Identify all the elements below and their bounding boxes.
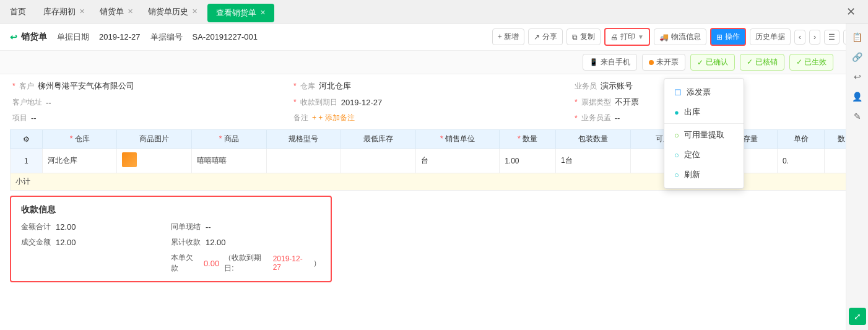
cell-min-stock xyxy=(341,149,416,173)
payment-date-required: * xyxy=(293,98,297,106)
same-order-row: 同单现结 -- xyxy=(171,222,321,232)
phone-icon: 📱 xyxy=(589,58,598,66)
print-dropdown-arrow[interactable]: ▼ xyxy=(638,33,644,40)
note-label: 备注 xyxy=(293,113,308,123)
operations-dropdown: ☐ 添发票 ● 出库 ○ 可用量提取 ○ 定位 ○ 刷新 xyxy=(664,78,744,189)
doc-header: ↩ 销货单 单据日期 2019-12-27 单据编号 SA-20191227-0… xyxy=(0,24,868,51)
summary-box: 收款信息 金额合计 12.00 同单现结 -- 成交金额 12.00 累计收款 … xyxy=(10,196,332,282)
sidebar-icon-edit[interactable]: ✎ xyxy=(849,108,866,125)
project-label: 项目 xyxy=(12,113,27,123)
current-payable-value: 0.00 xyxy=(204,259,219,268)
sidebar-icon-link[interactable]: 🔗 xyxy=(849,48,866,66)
copy-button[interactable]: ⧉ 复制 xyxy=(566,28,601,45)
col-settings: ⚙ xyxy=(11,130,43,149)
due-date-info: （收款到期日: xyxy=(224,253,267,274)
warehouse-value: 河北仓库 xyxy=(319,80,351,92)
salesperson2-required: * xyxy=(575,114,578,123)
doc-icon: ↩ xyxy=(10,32,17,42)
copy-icon: ⧉ xyxy=(572,33,578,41)
effective-status[interactable]: ✓ 已生效 xyxy=(789,54,833,71)
number-label: 单据编号 xyxy=(150,32,183,43)
tab-close-history[interactable]: ✕ xyxy=(192,7,197,15)
sidebar-icon-user[interactable]: 👤 xyxy=(849,88,866,105)
payment-date-row: * 收款到期日 2019-12-27 xyxy=(293,97,575,108)
window-close-button[interactable]: ✕ xyxy=(839,5,863,19)
available-qty-icon: ○ xyxy=(674,131,679,140)
cell-pack-qty: 1台 xyxy=(556,149,631,173)
grid-icon: ⊞ xyxy=(716,33,723,41)
right-sidebar: 📋 🔗 ↩ 👤 ✎ ⤢ xyxy=(846,24,868,330)
customer-addr-label: 客户地址 xyxy=(12,97,42,108)
project-row: 项目 -- xyxy=(12,113,293,123)
warehouse-required: * xyxy=(293,82,297,90)
salesperson-label: 业务员 xyxy=(575,81,597,92)
tab-home[interactable]: 首页 xyxy=(0,0,36,24)
sold-out-status[interactable]: ✓ 已核销 xyxy=(740,54,784,71)
dropdown-item-available-qty[interactable]: ○ 可用量提取 xyxy=(664,125,744,145)
print-icon: 🖨 xyxy=(610,33,618,41)
col-product-img: 商品图片 xyxy=(117,130,192,149)
tab-inventory-init[interactable]: 库存期初 ✕ xyxy=(36,0,92,24)
logistics-icon: 🚚 xyxy=(659,33,669,41)
sidebar-icon-doc[interactable]: 📋 xyxy=(849,28,866,46)
cell-product-name: 嘻嘻嘻嘻 xyxy=(192,149,267,173)
list-view-button[interactable]: ☰ xyxy=(824,30,840,45)
action-bar: 📱 来自手机 未开票 ✓ 已确认 ✓ 已核销 ✓ 已生效 xyxy=(0,51,868,74)
next-record-button[interactable]: › xyxy=(809,30,820,45)
dropdown-item-add-invoice[interactable]: ☐ 添发票 xyxy=(664,82,744,102)
from-phone-button[interactable]: 📱 来自手机 xyxy=(583,54,637,71)
payment-date-value: 2019-12-27 xyxy=(341,98,383,107)
tab-view-sales[interactable]: 查看销货单 ✕ xyxy=(207,4,274,22)
new-button[interactable]: + 新增 xyxy=(492,28,524,45)
share-icon: ↗ xyxy=(534,33,540,41)
check-circle-icon: ✓ xyxy=(747,58,753,66)
dropdown-section-1: ☐ 添发票 ● 出库 xyxy=(664,81,744,124)
logistics-button[interactable]: 🚚 物流信息 xyxy=(654,28,706,45)
summary-grid: 金额合计 12.00 同单现结 -- 成交金额 12.00 累计收款 12.00… xyxy=(21,222,321,274)
col-spec: 规格型号 xyxy=(266,130,341,149)
share-button[interactable]: ↗ 分享 xyxy=(528,28,563,45)
salesperson2-value: -- xyxy=(615,113,620,123)
tab-sales-order[interactable]: 销货单 ✕ xyxy=(92,0,141,24)
tab-close-view-sales[interactable]: ✕ xyxy=(260,9,266,17)
orange-dot-icon xyxy=(649,60,654,65)
confirm-button[interactable]: ✓ 已确认 xyxy=(690,54,735,71)
number-value: SA-20191227-001 xyxy=(193,32,258,41)
total-amount-label: 金额合计 xyxy=(21,222,51,232)
outbound-icon: ● xyxy=(674,108,679,117)
current-payable-label: 本单欠款 xyxy=(171,253,199,274)
tab-close-inventory[interactable]: ✕ xyxy=(79,7,85,15)
cell-quantity: 1.00 xyxy=(500,149,556,173)
date-label: 单据日期 xyxy=(57,32,89,43)
not-opened-button[interactable]: 未开票 xyxy=(642,54,685,71)
customer-value: 柳州粤港平安气体有限公司 xyxy=(38,80,134,92)
dropdown-item-outbound[interactable]: ● 出库 xyxy=(664,102,744,122)
note-add-btn[interactable]: + + 添加备注 xyxy=(312,113,355,123)
transaction-amount-value: 12.00 xyxy=(56,238,76,247)
sidebar-icon-expand[interactable]: ⤢ xyxy=(849,308,866,325)
history-button[interactable]: 历史单据 xyxy=(750,28,791,45)
cell-warehouse: 河北仓库 xyxy=(42,149,117,173)
tab-bar: 首页 库存期初 ✕ 销货单 ✕ 销货单历史 ✕ 查看销货单 ✕ ✕ xyxy=(0,0,868,24)
customer-addr-value: -- xyxy=(46,98,51,107)
dropdown-item-refresh[interactable]: ○ 刷新 xyxy=(664,165,744,185)
tab-close-sales[interactable]: ✕ xyxy=(128,7,133,15)
cell-spec xyxy=(266,149,341,173)
col-pack-qty: 包装数量 xyxy=(556,130,631,149)
sidebar-icon-return[interactable]: ↩ xyxy=(849,68,866,85)
ticket-type-required: * xyxy=(575,98,578,106)
warehouse-label: 仓库 xyxy=(300,81,315,92)
tab-sales-history[interactable]: 销货单历史 ✕ xyxy=(141,0,205,24)
plus-icon: + xyxy=(312,113,316,122)
prev-record-button[interactable]: ‹ xyxy=(794,30,805,45)
refresh-icon: ○ xyxy=(674,170,679,180)
dropdown-item-locate[interactable]: ○ 定位 xyxy=(664,145,744,165)
print-button[interactable]: 🖨 打印 ▼ xyxy=(604,28,650,46)
customer-row: * 客户 柳州粤港平安气体有限公司 xyxy=(12,80,293,92)
warehouse-row: * 仓库 河北仓库 xyxy=(293,80,575,92)
cell-unit-price: 0. xyxy=(778,149,825,173)
check-icon: ✓ xyxy=(697,58,703,67)
operations-button[interactable]: ⊞ 操作 xyxy=(710,28,746,46)
cumulative-receipt-value: 12.00 xyxy=(206,238,226,247)
cell-product-img xyxy=(117,149,192,173)
